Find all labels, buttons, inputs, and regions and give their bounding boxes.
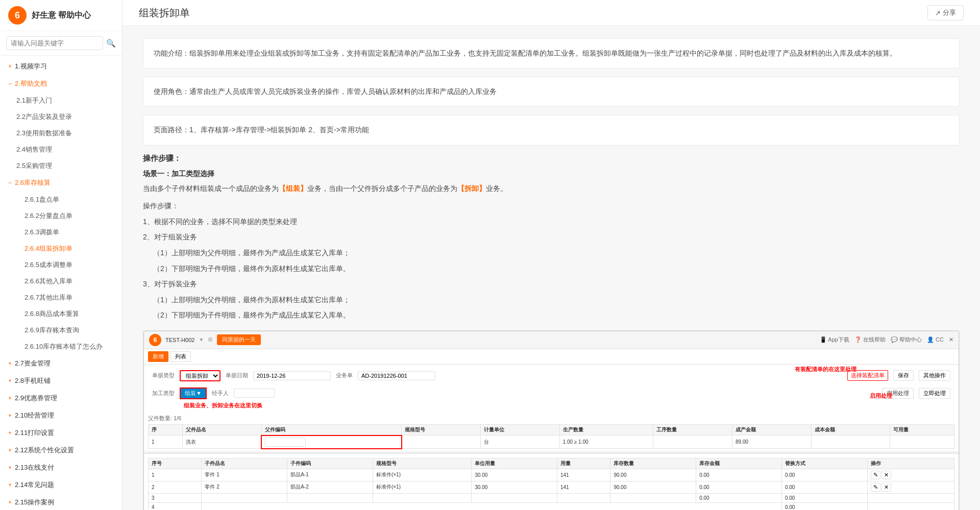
main-content: 组装拆卸单 ↗ 分享 功能介绍：组装拆卸单用来处理企业组装或拆卸等加工业务，支持… xyxy=(122,0,980,510)
mock-app-icon: 📱 App下载 xyxy=(820,336,849,344)
topbar: 组装拆卸单 ↗ 分享 xyxy=(122,0,980,26)
mock-label-type: 单据类型 xyxy=(152,372,175,379)
child-edit-btn-1[interactable]: ✎ xyxy=(871,471,880,479)
mock-save-btn[interactable]: 保存 xyxy=(893,370,914,381)
sidebar-item-cost-adjust[interactable]: 2.6.5成本调整单 xyxy=(0,257,122,273)
sidebar-item-ledger-fix[interactable]: 2.6.10库存账本错了怎么办 xyxy=(0,338,122,355)
mock-logo: 6 xyxy=(149,334,161,346)
mock-other-btn[interactable]: 其他操作 xyxy=(919,370,950,381)
mock-orange-button[interactable]: 同票据的一天 xyxy=(217,334,261,345)
child-usage-2: 141 xyxy=(557,481,610,493)
child-ops-4 xyxy=(867,502,954,510)
col-available: 可用量 xyxy=(890,424,954,435)
minus-icon: − xyxy=(8,80,12,87)
mock-code-input[interactable] xyxy=(265,438,306,447)
mock-help-icon: ❓ 在线帮助 xyxy=(854,336,886,344)
mock-input-date[interactable] xyxy=(253,371,331,380)
mock-form-row-2: 加工类型 组装▼ 经手人 启用处理 立即处理 xyxy=(148,385,954,402)
child-seq-2: 2 xyxy=(149,481,202,493)
child-usage-1: 141 xyxy=(557,469,610,481)
sidebar-group-label-coupon: 2.9优惠券管理 xyxy=(15,394,57,403)
child-spec-3 xyxy=(373,493,471,502)
child-ops-2: ✎ ✕ xyxy=(867,481,954,493)
child-del-btn-2[interactable]: ✕ xyxy=(881,483,891,492)
plus-icon-4: + xyxy=(8,377,12,384)
operation-steps-title: 操作步骤： xyxy=(143,154,960,163)
child-stock-qty-1: 90.00 xyxy=(610,469,696,481)
cell-prod-amount: 89.00 xyxy=(732,435,812,449)
path-intro-text: 页面路径：1、库存核算->库存管理->组装拆卸单 2、首页->常用功能 xyxy=(154,126,369,134)
sidebar-item-transfer[interactable]: 2.6.3调拨单 xyxy=(0,224,122,240)
plus-icon-3: + xyxy=(8,360,12,367)
step-2-1-text: （1）上部明细为父件明细，最终作为产成品生成某它入库单； xyxy=(143,246,960,260)
sidebar-item-other-inbound[interactable]: 2.6.6其他入库单 xyxy=(0,273,122,289)
mock-tab-add[interactable]: 新增 xyxy=(148,351,168,362)
mock-close-icon[interactable]: ✕ xyxy=(949,336,953,343)
sidebar-item-batch-stocktake[interactable]: 2.6.2分量盘点单 xyxy=(0,208,122,224)
sidebar-item-inventory[interactable]: − 2.6库存核算 xyxy=(0,174,122,191)
minus-icon-2: − xyxy=(8,179,12,186)
col-parent-code: 父件编码 xyxy=(261,424,401,435)
sidebar-item-coupon[interactable]: + 2.9优惠券管理 xyxy=(0,390,122,407)
highlight-assembly: 【组装】 xyxy=(279,184,307,192)
child-replace-3: 0.00 xyxy=(781,493,867,502)
step-3-text: 3、对于拆装业务 xyxy=(143,277,960,291)
mock-child-row-1: 1 零件 1 部品A-1 标准件(×1) 30.00 141 90.00 0.0… xyxy=(149,469,954,481)
cell-proc-qty xyxy=(653,435,732,449)
sidebar-group-label-finance: 2.7资金管理 xyxy=(15,359,51,368)
mock-input-staff[interactable] xyxy=(234,388,275,398)
sidebar-item-mobile[interactable]: + 2.8手机旺铺 xyxy=(0,372,122,390)
sidebar-item-ledger-query[interactable]: 2.6.9库存账本查询 xyxy=(0,322,122,338)
sidebar-item-other-outbound[interactable]: 2.6.7其他出库单 xyxy=(0,289,122,306)
child-del-btn-1[interactable]: ✕ xyxy=(881,471,891,479)
child-col-usage: 用量 xyxy=(557,458,610,469)
search-bar: 🔍 xyxy=(0,31,122,56)
child-seq-3: 3 xyxy=(149,493,202,502)
sidebar-item-purchase[interactable]: 2.5采购管理 xyxy=(0,158,122,174)
sidebar-item-finance[interactable]: + 2.7资金管理 xyxy=(0,355,122,372)
sidebar-item-payment[interactable]: + 2.13在线支付 xyxy=(0,459,122,476)
child-col-code: 子件编码 xyxy=(287,458,373,469)
sidebar-item-assembly[interactable]: 2.6.4组装拆卸单 xyxy=(0,240,122,257)
sidebar-item-data-prep[interactable]: 2.3使用前数据准备 xyxy=(0,125,122,141)
child-edit-btn-2[interactable]: ✎ xyxy=(871,483,880,492)
child-code-1: 部品A-1 xyxy=(287,469,373,481)
sidebar-item-sales[interactable]: 2.4销售管理 xyxy=(0,141,122,158)
child-stock-amt-2: 0.00 xyxy=(696,481,782,493)
sidebar-item-new-user[interactable]: 2.1新手入门 xyxy=(0,92,122,109)
sidebar-item-print[interactable]: + 2.11打印设置 xyxy=(0,424,122,442)
child-stock-amt-3: 0.00 xyxy=(696,493,782,502)
mock-child-table-header: 序号 子件品名 子件编码 规格型号 单位用量 用量 库存数量 库存金额 替换方式… xyxy=(149,458,954,469)
sidebar-item-management[interactable]: + 2.10经营管理 xyxy=(0,407,122,424)
steps-title-text: 操作步骤： xyxy=(143,199,960,213)
mock-tab-list[interactable]: 列表 xyxy=(170,351,191,362)
sidebar-item-help-docs[interactable]: − 2.帮助文档 xyxy=(0,75,122,92)
mock-child-row-2: 2 零件 2 部品A-2 标准件(×1) 30.00 141 90.00 0.0… xyxy=(149,481,954,493)
mock-input-bizno[interactable] xyxy=(358,371,435,380)
role-intro-block: 使用角色：通常由生产人员或库管人员完成拆装业务的操作，库管人员确认原材料的出库和… xyxy=(143,77,960,107)
sidebar-item-install[interactable]: 2.2产品安装及登录 xyxy=(0,109,122,125)
col-unit: 计量单位 xyxy=(480,424,559,435)
sidebar-item-video-learning[interactable]: + 1.视频学习 xyxy=(0,58,122,75)
mock-child-row-4: 4 0.00 xyxy=(149,502,954,510)
mock-child-row-3: 3 0.00 0.00 xyxy=(149,493,954,502)
search-input[interactable] xyxy=(6,36,103,50)
child-usage-3 xyxy=(557,493,610,502)
mock-confirm-btn[interactable]: 立即处理 xyxy=(919,388,950,399)
child-seq-4: 4 xyxy=(149,502,202,510)
mock-type-switch[interactable]: 组装▼ xyxy=(180,387,207,399)
sidebar-item-stocktake[interactable]: 2.6.1盘点单 xyxy=(0,191,122,208)
plus-icon-9: + xyxy=(8,464,12,471)
screenshot-block: 6 TEST-H002 ▼ ⚙ 同票据的一天 📱 App下载 ❓ 在线帮助 💬 … xyxy=(143,330,960,510)
sidebar-item-faq[interactable]: + 2.14常见问题 xyxy=(0,476,122,494)
sidebar-item-cases[interactable]: + 2.15操作案例 xyxy=(0,494,122,510)
share-button[interactable]: ↗ 分享 xyxy=(927,5,964,20)
cell-prod-qty: 1.00 ≥ 1.00 xyxy=(559,435,653,449)
sidebar-item-cost-recalc[interactable]: 2.6.8商品成本重算 xyxy=(0,306,122,322)
child-col-unit-qty: 单位用量 xyxy=(472,458,557,469)
cell-name: 洗衣 xyxy=(183,435,262,449)
sidebar-item-personalization[interactable]: + 2.12系统个性化设置 xyxy=(0,442,122,459)
mock-select-type[interactable]: 组装拆卸 xyxy=(180,370,220,381)
search-button[interactable]: 🔍 xyxy=(106,39,116,48)
mock-user-icon: 👤 CC xyxy=(927,336,944,343)
